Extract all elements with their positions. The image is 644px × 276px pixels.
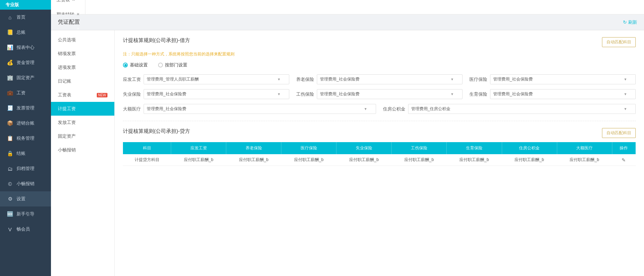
debit-section-title: 计提核算规则(公司承担)-借方 — [123, 37, 190, 44]
sidebar-item-vip[interactable]: V 畅会员 — [0, 222, 51, 237]
sidebar-item-home[interactable]: ⌂ 首页 — [0, 10, 51, 25]
credit-auto-match-button[interactable]: 自动匹配科目 — [602, 128, 636, 138]
tab-close-voucher_config[interactable]: ✕ — [76, 26, 80, 31]
field-value-1-2: 管理费用_社会保险费 — [493, 91, 533, 97]
credit-action-0[interactable]: ✎ — [612, 154, 635, 166]
sidebar-item-xiaochang_expense[interactable]: © 小畅报销 — [0, 176, 51, 191]
chevron-down-icon: ▼ — [624, 92, 627, 96]
left-nav-fixed_assets[interactable]: 固定资产 — [51, 129, 114, 143]
sidebar-item-general_ledger[interactable]: 📒 总账 — [0, 25, 51, 40]
sidebar-item-funds[interactable]: 💰 资金管理 — [0, 55, 51, 70]
left-nav-label-payroll_table: 工资表 — [58, 92, 71, 98]
sidebar-label-beginner_guide: 新手引导 — [17, 211, 34, 217]
topbar: 首页工资表✕期末结转✕凭证配置✕ — [51, 0, 644, 14]
field-label-2-0: 大额医疗 — [123, 106, 141, 112]
left-nav-public_options[interactable]: 公共选项 — [51, 33, 114, 47]
sidebar-label-archive_mgmt: 归档管理 — [17, 166, 34, 172]
chevron-down-icon: ▼ — [450, 77, 454, 81]
sidebar-item-reports[interactable]: 📊 报表中心 — [0, 40, 51, 55]
field-value-2-0: 管理费用_社会保险费 — [147, 106, 186, 112]
left-nav-label-fixed_assets: 固定资产 — [58, 133, 76, 139]
left-nav-input_invoice[interactable]: 进项发票 — [51, 61, 114, 74]
sidebar-icon-general_ledger: 📒 — [7, 29, 13, 35]
field-value-0-2: 管理费用_社会保险费 — [493, 76, 533, 82]
credit-cell-0-2: 应付职工薪酬_b — [281, 154, 336, 166]
sidebar-item-settings[interactable]: ⚙ 设置 — [0, 191, 51, 206]
left-nav-label-cancel_invoice: 销项发票 — [58, 51, 76, 57]
credit-col-3: 医疗保险 — [281, 142, 336, 154]
main-area: 首页工资表✕期末结转✕凭证配置✕ 凭证配置 ↻ 刷新 公共选项销项发票进项发票日… — [51, 0, 644, 276]
debit-field-1-0: 失业保险 管理费用_社会保险费 ▼ — [123, 89, 289, 99]
sidebar-item-purchase_sales[interactable]: 📦 进销台账 — [0, 116, 51, 131]
debit-field-0-2: 医疗保险 管理费用_社会保险费 ▼ — [469, 74, 636, 84]
sidebar-item-archive_mgmt[interactable]: 🗂 归档管理 — [0, 161, 51, 176]
edit-icon-0[interactable]: ✎ — [622, 157, 626, 163]
left-nav-label-xiaochang_expense: 小畅报销 — [58, 147, 76, 153]
left-nav-label-jiti_wages: 计提工资 — [58, 106, 76, 112]
left-nav-journal[interactable]: 日记账 — [51, 74, 114, 88]
chevron-down-icon: ▼ — [364, 107, 367, 111]
sidebar-item-beginner_guide[interactable]: 🆕 新手引导 — [0, 206, 51, 222]
field-label-0-1: 养老保险 — [296, 76, 314, 83]
field-select-2-0[interactable]: 管理费用_社会保险费 ▼ — [144, 104, 376, 114]
debit-field-1-1: 工伤保险 管理费用_社会保险费 ▼ — [296, 89, 463, 99]
left-nav-cancel_invoice[interactable]: 销项发票 — [51, 47, 114, 61]
sidebar-item-tax_mgmt[interactable]: 📋 税务管理 — [0, 131, 51, 146]
radio-by-dept[interactable]: 按部门设置 — [158, 62, 187, 68]
credit-cell-0-0: 应付职工薪酬_b — [171, 154, 226, 166]
field-select-1-0[interactable]: 管理费用_社会保险费 ▼ — [144, 89, 289, 99]
left-nav-xiaochang_expense[interactable]: 小畅报销 — [51, 143, 114, 157]
field-label-0-0: 应发工资 — [123, 76, 141, 83]
field-select-0-0[interactable]: 管理费用_管理人员职工薪酬 ▼ — [144, 74, 289, 84]
left-nav-label-input_invoice: 进项发票 — [58, 64, 76, 71]
debit-form-row-1: 失业保险 管理费用_社会保险费 ▼ 工伤保险 管理费用_社会保险费 ▼ 生育保险… — [123, 89, 636, 99]
debit-section-note: 注：只能选择一种方式，系统将按照您当前的选择来配置规则 — [123, 51, 636, 57]
field-select-1-2[interactable]: 管理费用_社会保险费 ▼ — [490, 89, 636, 99]
left-nav-payroll_table[interactable]: 工资表NEW — [51, 88, 114, 102]
field-select-1-1[interactable]: 管理费用_社会保险费 ▼ — [317, 89, 463, 99]
sidebar-icon-fixed_assets: 🏢 — [7, 75, 13, 81]
radio-basic[interactable]: 基础设置 — [123, 62, 148, 68]
credit-col-7: 住房公积金 — [502, 142, 557, 154]
field-select-2-1[interactable]: 管理费用_住房公积金 ▼ — [408, 104, 636, 114]
credit-cell-0-5: 应付职工薪酬_b — [447, 154, 502, 166]
field-select-0-2[interactable]: 管理费用_社会保险费 ▼ — [490, 74, 636, 84]
left-nav-jiti_wages[interactable]: 计提工资 — [51, 102, 114, 116]
sidebar-label-tax_mgmt: 税务管理 — [17, 135, 34, 141]
sidebar-item-invoice_mgmt[interactable]: 🧾 发票管理 — [0, 100, 51, 116]
field-value-1-1: 管理费用_社会保险费 — [320, 91, 360, 97]
sidebar-label-funds: 资金管理 — [17, 60, 34, 66]
field-label-1-1: 工伤保险 — [296, 91, 314, 97]
debit-radio-group: 基础设置 按部门设置 — [123, 62, 636, 68]
sidebar-item-fixed_assets[interactable]: 🏢 固定资产 — [0, 70, 51, 85]
field-select-0-1[interactable]: 管理费用_社会保险费 ▼ — [317, 74, 463, 84]
debit-field-2-1: 住房公积金 管理费用_住房公积金 ▼ — [383, 104, 636, 114]
left-nav-issue_wages[interactable]: 发放工资 — [51, 116, 114, 129]
sidebar-label-invoice_mgmt: 发票管理 — [17, 105, 34, 111]
sidebar-item-closing[interactable]: 🔒 结账 — [0, 146, 51, 161]
debit-auto-match-button[interactable]: 自动匹配科目 — [602, 37, 636, 47]
sidebar-label-general_ledger: 总账 — [17, 29, 25, 35]
field-value-0-0: 管理费用_管理人员职工薪酬 — [147, 76, 199, 82]
credit-col-4: 失业保险 — [336, 142, 392, 154]
sidebar-item-wages[interactable]: 💼 工资 — [0, 85, 51, 100]
refresh-button[interactable]: ↻ 刷新 — [623, 19, 637, 25]
refresh-icon: ↻ — [623, 20, 627, 25]
tab-close-period_close[interactable]: ✕ — [76, 12, 80, 17]
sidebar-icon-reports: 📊 — [7, 44, 13, 51]
credit-section-header: 计提核算规则(公司承担)-贷方 自动匹配科目 — [123, 128, 636, 138]
tab-close-payroll[interactable]: ✕ — [72, 0, 75, 2]
credit-section-title: 计提核算规则(公司承担)-贷方 — [123, 128, 190, 135]
radio-basic-circle — [123, 63, 128, 67]
chevron-down-icon: ▼ — [624, 107, 627, 111]
chevron-down-icon: ▼ — [277, 92, 281, 96]
left-nav-label-public_options: 公共选项 — [58, 37, 76, 43]
sidebar-icon-purchase_sales: 📦 — [7, 120, 13, 126]
field-label-1-0: 失业保险 — [123, 91, 141, 97]
tab-label-payroll: 工资表 — [56, 0, 70, 3]
tab-payroll[interactable]: 工资表✕ — [51, 0, 85, 7]
credit-col-9: 操作 — [612, 142, 635, 154]
chevron-down-icon: ▼ — [624, 77, 627, 81]
credit-col-8: 大额医疗 — [557, 142, 612, 154]
sidebar-label-wages: 工资 — [17, 90, 25, 96]
